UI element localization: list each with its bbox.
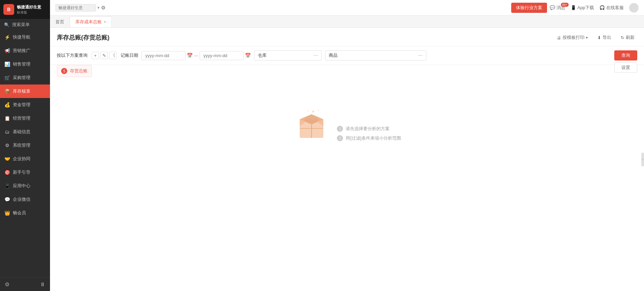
sales-icon: 📊: [4, 62, 10, 67]
app-download-btn[interactable]: 📱 App下载: [571, 5, 594, 11]
date-field-label: 记账日期: [121, 52, 138, 58]
refresh-btn[interactable]: ↻ 刷新: [618, 33, 637, 42]
warehouse-select[interactable]: 仓库 ···: [254, 50, 322, 60]
refresh-label: 刷新: [626, 34, 635, 41]
wechat-icon: 💬: [4, 197, 10, 202]
purchase-icon: 🛒: [4, 75, 10, 80]
hint-text-2: 用[过滤]条件来缩小分析范围: [346, 135, 401, 141]
calendar-end-icon[interactable]: 📅: [245, 53, 251, 58]
tab-close-btn[interactable]: ×: [104, 20, 106, 24]
operations-icon: 📋: [4, 116, 10, 121]
sidebar-item-label: 库存核算: [13, 88, 30, 94]
filter-add-btn[interactable]: +: [92, 52, 99, 59]
empty-illustration: [293, 107, 330, 141]
page-header: 库存总账(存货总账) 🖨 按模板打印 ▾ ⬇ 导出 ↻ 刷新: [50, 28, 644, 46]
search-icon: 🔍: [4, 22, 9, 27]
active-tab-label: 库存成本总账: [75, 19, 102, 25]
empty-hints: 1 请先选择要分析的方案 2 用[过滤]条件来缩小分析范围: [337, 126, 401, 141]
topbar-settings-icon[interactable]: ⚙: [101, 5, 105, 11]
svg-point-6: [312, 111, 314, 113]
filter-edit-btn[interactable]: ✎: [100, 52, 108, 59]
sidebar-item-finance[interactable]: 💰 资金管理: [0, 98, 50, 112]
print-dropdown-icon: ▾: [586, 35, 588, 40]
marketing-icon: 📢: [4, 48, 10, 53]
calendar-start-icon[interactable]: 📅: [187, 53, 193, 58]
sidebar-item-label: 采购管理: [13, 75, 30, 81]
topbar-actions: 💬 消息 99+ 📱 App下载 🎧 在线客服: [550, 3, 639, 13]
breadcrumb-dropdown-icon[interactable]: ▾: [97, 5, 100, 10]
page-title: 库存总账(存货总账): [57, 33, 109, 42]
date-input-group: 📅 — 📅: [142, 51, 251, 60]
messages-btn[interactable]: 💬 消息 99+: [550, 5, 565, 11]
sidebar-item-label: 快捷导航: [13, 34, 30, 40]
goods-label: 商品: [329, 52, 338, 58]
app-download-label: App下载: [577, 5, 594, 11]
hint-text-1: 请先选择要分析的方案: [346, 126, 390, 132]
svg-point-7: [318, 110, 319, 111]
app-name: 畅捷通好生意: [17, 4, 41, 10]
refresh-icon: ↻: [621, 35, 624, 40]
footer-audio-btn[interactable]: ⏸: [40, 282, 45, 288]
warehouse-more-btn[interactable]: ···: [314, 52, 318, 58]
sidebar: B 畅捷通好生意 标准版 🔍 搜索菜单 ⚡ 快捷导航 📢 营销推广 📊 销售管理…: [0, 0, 50, 291]
online-service-btn[interactable]: 🎧 在线客服: [599, 5, 624, 11]
sidebar-item-system[interactable]: ⚙ 系统管理: [0, 139, 50, 152]
breadcrumb-input[interactable]: [55, 4, 96, 11]
tabbar: 首页 库存成本总账 ×: [50, 16, 644, 28]
export-btn[interactable]: ⬇ 导出: [595, 33, 614, 42]
quick-nav-icon: ⚡: [4, 34, 10, 40]
collapse-icon: 《: [111, 52, 115, 58]
date-start-input[interactable]: [142, 51, 185, 60]
filter-bar: 按以下方案查询 + ✎ 《 记账日期 📅 — 📅: [50, 46, 644, 65]
app-version: 标准版: [17, 10, 41, 15]
goods-select[interactable]: 商品 ···: [325, 50, 426, 60]
scheme-label: 存货总账: [70, 68, 88, 74]
sidebar-search[interactable]: 🔍 搜索菜单: [0, 19, 50, 30]
sidebar-item-label: 资金管理: [13, 102, 30, 108]
sidebar-item-inventory[interactable]: 📦 库存核算: [0, 84, 50, 98]
sidebar-item-label: 基础信息: [13, 129, 30, 135]
scheme-item[interactable]: S 存货总账: [57, 65, 92, 77]
sidebar-item-label: 销售管理: [13, 61, 30, 67]
tab-inventory-ledger[interactable]: 库存成本总账 ×: [70, 16, 112, 27]
logo-icon: B: [3, 4, 14, 15]
print-btn[interactable]: 🖨 按模板打印 ▾: [554, 33, 591, 42]
sidebar-item-quick-nav[interactable]: ⚡ 快捷导航: [0, 30, 50, 44]
sidebar-item-basic-info[interactable]: 🗂 基础信息: [0, 125, 50, 139]
sidebar-item-sales[interactable]: 📊 销售管理: [0, 57, 50, 71]
tab-home[interactable]: 首页: [50, 17, 70, 27]
member-icon: 👑: [4, 210, 10, 216]
messages-badge: 99+: [561, 3, 569, 7]
date-end-input[interactable]: [200, 51, 244, 60]
sidebar-item-app-center[interactable]: 📱 应用中心: [0, 179, 50, 193]
page-header-actions: 🖨 按模板打印 ▾ ⬇ 导出 ↻ 刷新: [554, 33, 637, 42]
topbar: ▾ ⚙ 体验行业方案 💬 消息 99+ 📱 App下载 🎧 在线客服: [50, 0, 644, 16]
footer-settings-btn[interactable]: ⚙: [5, 281, 9, 288]
hint-num-1: 1: [337, 126, 343, 132]
user-avatar[interactable]: [629, 3, 639, 13]
phone-icon: 📱: [571, 5, 576, 10]
filter-label: 按以下方案查询: [57, 52, 88, 58]
app-center-icon: 📱: [4, 183, 10, 189]
goods-more-btn[interactable]: ···: [418, 52, 423, 58]
sidebar-item-label: 新手引导: [13, 169, 30, 175]
warehouse-label: 仓库: [258, 52, 267, 58]
basic-info-icon: 🗂: [4, 129, 10, 135]
filter-actions: + ✎ 《: [92, 52, 117, 59]
topbar-breadcrumb: ▾ ⚙: [55, 4, 509, 11]
filter-collapse-btn[interactable]: 《: [109, 52, 117, 59]
query-btn[interactable]: 查询: [614, 50, 637, 60]
empty-hint-1: 1 请先选择要分析的方案: [337, 126, 401, 132]
sidebar-item-member[interactable]: 👑 畅会员: [0, 206, 50, 220]
sidebar-item-wechat[interactable]: 💬 企业微信: [0, 193, 50, 206]
inventory-icon: 📦: [4, 89, 10, 94]
sidebar-item-purchase[interactable]: 🛒 采购管理: [0, 71, 50, 84]
logo-text-block: 畅捷通好生意 标准版: [17, 4, 41, 15]
sidebar-item-enterprise[interactable]: 🤝 企业协同: [0, 152, 50, 166]
column-settings-btn[interactable]: 设置: [614, 63, 637, 73]
trial-btn[interactable]: 体验行业方案: [511, 3, 547, 13]
side-panel-toggle[interactable]: ›: [641, 153, 644, 166]
sidebar-item-guide[interactable]: 🎯 新手引导: [0, 166, 50, 179]
sidebar-item-marketing[interactable]: 📢 营销推广: [0, 44, 50, 57]
sidebar-item-operations[interactable]: 📋 经营管理: [0, 112, 50, 125]
